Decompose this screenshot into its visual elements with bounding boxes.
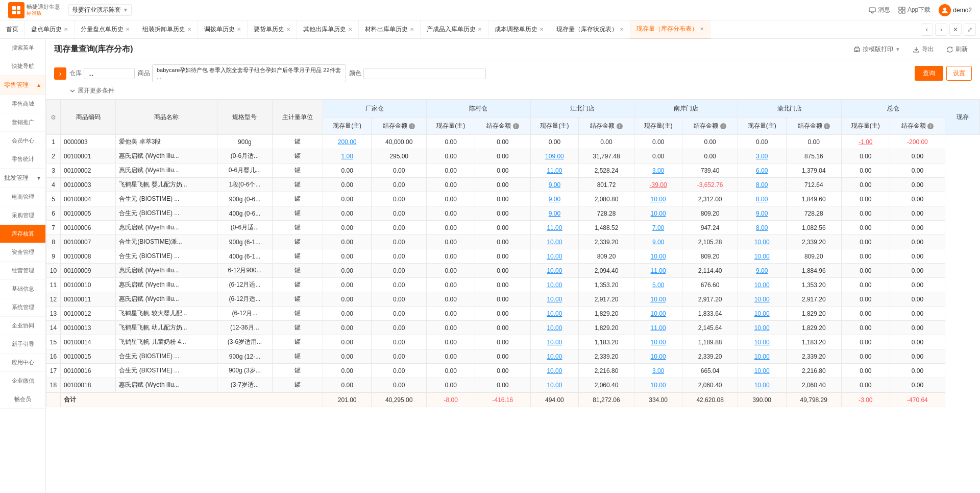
industry-selector[interactable]: 母婴行业演示陈套 ▼	[68, 4, 132, 16]
table-cell[interactable]: 9.00	[530, 192, 579, 206]
table-cell[interactable]: 11.00	[530, 221, 579, 235]
tab-9[interactable]: 成本调整单历史✕	[488, 20, 550, 39]
table-cell[interactable]: 10.00	[530, 235, 579, 249]
close-icon[interactable]: ✕	[410, 27, 414, 32]
table-cell[interactable]: 10.00	[738, 349, 786, 364]
user-menu[interactable]: demo2	[939, 4, 972, 16]
table-cell[interactable]: 10.00	[738, 378, 786, 393]
table-cell[interactable]: 8.00	[738, 178, 786, 192]
message-btn[interactable]: 消息	[869, 6, 890, 14]
table-cell[interactable]: 10.00	[634, 206, 682, 221]
info-icon[interactable]: i	[513, 123, 519, 129]
sidebar-item-purchase[interactable]: 采购管理	[0, 206, 45, 225]
table-cell[interactable]: 6.00	[738, 163, 786, 178]
nav-expand[interactable]: ⤢	[964, 24, 976, 36]
table-cell[interactable]: 10.00	[530, 378, 579, 393]
tab-8[interactable]: 产成品入库单历史✕	[421, 20, 488, 39]
sidebar-item-member2[interactable]: 畅会员	[0, 390, 45, 409]
nav-right-arrow[interactable]: ›	[935, 24, 947, 36]
table-cell[interactable]: 10.00	[634, 292, 682, 307]
sidebar-item-member[interactable]: 会员中心	[0, 132, 45, 150]
tab-5[interactable]: 要货单历史✕	[248, 20, 297, 39]
table-cell[interactable]: 9.00	[738, 206, 786, 221]
nav-left-arrow[interactable]: ‹	[921, 24, 933, 36]
table-cell[interactable]: 10.00	[634, 349, 682, 364]
table-cell[interactable]: 11.00	[530, 163, 579, 178]
table-cell[interactable]: 10.00	[634, 307, 682, 321]
export-btn[interactable]: 导出	[909, 43, 938, 56]
info-icon[interactable]: i	[409, 123, 415, 129]
tab-4[interactable]: 调拨单历史✕	[198, 20, 248, 39]
sidebar-item-marketing[interactable]: 营销推广	[0, 113, 45, 132]
table-cell[interactable]: 10.00	[530, 264, 579, 278]
table-cell[interactable]: -39.00	[634, 178, 682, 192]
expand-conditions-btn[interactable]: 展开更多条件	[69, 86, 114, 95]
table-cell[interactable]: 10.00	[738, 235, 786, 249]
close-icon[interactable]: ✕	[478, 27, 482, 32]
table-cell[interactable]: 10.00	[738, 307, 786, 321]
table-cell[interactable]: 10.00	[738, 321, 786, 335]
print-btn[interactable]: 按模版打印 ▼	[849, 43, 904, 56]
sidebar-item-search[interactable]: 搜索英单	[0, 39, 45, 57]
sidebar-item-ecom[interactable]: 电商管理	[0, 188, 45, 206]
table-cell[interactable]: 9.00	[634, 235, 682, 249]
sidebar-item-operations[interactable]: 经营管理	[0, 262, 45, 280]
data-table-container[interactable]: ⚙ 商品编码 商品名称 规格型号 主计量单位 厂家仓 陈村仓 江北门店 南岸门店…	[46, 100, 980, 493]
table-cell[interactable]: 10.00	[530, 335, 579, 349]
setting-button[interactable]: 设置	[946, 66, 972, 81]
tab-1[interactable]: 盘点单历史✕	[25, 20, 75, 39]
table-cell[interactable]: 10.00	[738, 249, 786, 264]
sidebar-item-retail-mall[interactable]: 零售商城	[0, 95, 45, 113]
table-cell[interactable]: 10.00	[738, 292, 786, 307]
refresh-btn[interactable]: 刷新	[942, 43, 972, 56]
close-icon[interactable]: ✕	[187, 27, 191, 32]
tab-2[interactable]: 分量盘点单历史✕	[75, 20, 136, 39]
sidebar-item-retail-stats[interactable]: 零售统计	[0, 150, 45, 169]
sidebar-item-quicknav[interactable]: 快捷导航	[0, 57, 45, 76]
table-cell[interactable]: 1.00	[323, 149, 372, 163]
tab-home[interactable]: 首页	[0, 20, 25, 39]
sidebar-item-wechat[interactable]: 企业微信	[0, 372, 45, 390]
close-icon[interactable]: ✕	[348, 27, 352, 32]
table-cell[interactable]: 3.00	[634, 364, 682, 378]
table-cell[interactable]: 11.00	[634, 321, 682, 335]
search-button[interactable]: 查询	[915, 66, 943, 81]
table-cell[interactable]: 10.00	[634, 192, 682, 206]
table-cell[interactable]: 10.00	[738, 335, 786, 349]
app-download-btn[interactable]: App下载	[898, 6, 930, 14]
sidebar-item-finance[interactable]: 资金管理	[0, 243, 45, 262]
close-icon[interactable]: ✕	[126, 27, 130, 32]
table-cell[interactable]: 10.00	[530, 307, 579, 321]
nav-close-all[interactable]: ✕	[949, 24, 962, 36]
table-cell[interactable]: 5.00	[634, 278, 682, 292]
sidebar-item-guide[interactable]: 新手引导	[0, 335, 45, 354]
table-cell[interactable]: 10.00	[530, 292, 579, 307]
table-cell[interactable]: 8.00	[738, 221, 786, 235]
tab-7[interactable]: 材料出库单历史✕	[359, 20, 421, 39]
table-cell[interactable]: 200.00	[323, 135, 372, 149]
close-icon[interactable]: ✕	[620, 27, 624, 32]
table-cell[interactable]: -1.00	[841, 135, 890, 149]
table-cell[interactable]: 8.00	[738, 192, 786, 206]
tab-10[interactable]: 现存量（库存状况表）✕	[550, 20, 630, 39]
sidebar-item-collab[interactable]: 企业协同	[0, 317, 45, 335]
table-cell[interactable]: 9.00	[530, 206, 579, 221]
tab-3[interactable]: 组装拆卸单历史✕	[136, 20, 198, 39]
table-cell[interactable]: 3.00	[738, 149, 786, 163]
sidebar-item-system[interactable]: 系统管理	[0, 298, 45, 317]
table-cell[interactable]: 10.00	[738, 278, 786, 292]
sidebar-item-appcenter[interactable]: 应用中心	[0, 354, 45, 372]
close-icon[interactable]: ✕	[540, 27, 544, 32]
info-icon[interactable]: i	[824, 123, 830, 129]
table-cell[interactable]: 7.00	[634, 221, 682, 235]
table-cell[interactable]: 10.00	[738, 364, 786, 378]
table-cell[interactable]: 9.00	[738, 264, 786, 278]
info-icon[interactable]: i	[927, 123, 934, 129]
table-cell[interactable]: 109.00	[530, 149, 579, 163]
table-cell[interactable]: 10.00	[634, 249, 682, 264]
color-input[interactable]	[363, 68, 486, 79]
table-cell[interactable]: 10.00	[530, 364, 579, 378]
close-icon[interactable]: ✕	[64, 27, 68, 32]
product-search-box[interactable]: babycare孕妇待产包 春季入院全套母子组合孕妇产后冬季月子用品 22件套 …	[152, 64, 346, 82]
sidebar-item-inventory[interactable]: 库存核算	[0, 225, 45, 243]
